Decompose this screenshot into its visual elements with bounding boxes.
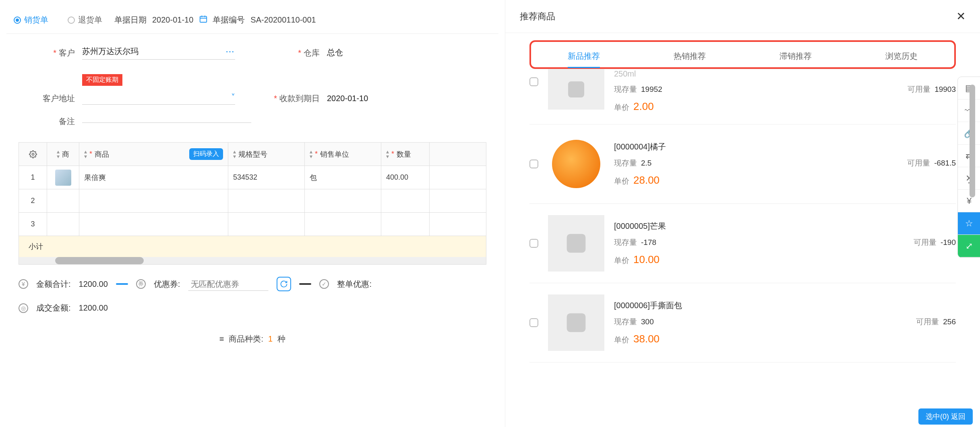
coupon-label: 优惠券: bbox=[154, 279, 180, 290]
tab-new[interactable]: 新品推荐 bbox=[568, 45, 600, 67]
dash-icon bbox=[116, 283, 128, 285]
svg-rect-6 bbox=[567, 234, 586, 253]
row-img bbox=[47, 166, 79, 189]
list-item: 250ml 现存量19952 可用量19903 单价2.00 bbox=[529, 69, 956, 124]
sort-icon: ▴▾ bbox=[84, 149, 87, 158]
table-row[interactable]: 1 果倍爽 534532 包 400.00 bbox=[19, 166, 486, 189]
recommend-panel: 推荐商品 ✕ 新品推荐 热销推荐 滞销推荐 浏览历史 250ml bbox=[505, 0, 980, 427]
item-stock: 300 bbox=[641, 317, 654, 326]
doc-header-row: 销货单 退货单 单据日期 2020-01-10 单据编号 SA-20200110… bbox=[6, 6, 498, 34]
tab-hot[interactable]: 热销推荐 bbox=[674, 45, 706, 67]
recommend-tabs-highlight: 新品推荐 热销推荐 滞销推荐 浏览历史 bbox=[529, 40, 956, 69]
row-product[interactable]: 果倍爽 bbox=[79, 166, 228, 189]
item-checkbox[interactable] bbox=[529, 318, 538, 327]
refresh-button[interactable] bbox=[277, 277, 291, 291]
deal-value: 1200.00 bbox=[79, 303, 108, 313]
item-title: 250ml bbox=[614, 69, 956, 79]
row-qty[interactable]: 400.00 bbox=[381, 166, 430, 189]
remark-label: 备注 bbox=[19, 116, 75, 127]
item-price: 38.00 bbox=[633, 333, 660, 345]
placeholder-icon bbox=[564, 77, 588, 102]
warehouse-field: *仓库 总仓 bbox=[263, 47, 416, 58]
row-idx: 1 bbox=[19, 166, 47, 189]
gear-cell[interactable] bbox=[19, 143, 47, 166]
gear-icon bbox=[29, 150, 37, 158]
customer-field: *客户 苏州万达沃尔玛 ⋯ bbox=[19, 46, 235, 60]
svg-rect-0 bbox=[200, 17, 207, 23]
table-row[interactable]: 3 bbox=[19, 213, 486, 236]
row-unit[interactable]: 包 bbox=[305, 166, 381, 189]
close-icon[interactable]: ✕ bbox=[956, 10, 966, 23]
v-scrollbar[interactable] bbox=[970, 85, 975, 205]
amount-label: 金额合计: bbox=[36, 279, 71, 290]
doc-date-value[interactable]: 2020-01-10 bbox=[152, 15, 193, 25]
list-item: [0000005]芒果 现存量-178 可用量-190 单价10.00 bbox=[529, 204, 956, 283]
sort-icon: ▴▾ bbox=[233, 149, 236, 158]
item-checkbox[interactable] bbox=[529, 77, 538, 86]
th-shang[interactable]: ▴▾商 bbox=[47, 143, 79, 166]
radio-icon bbox=[14, 17, 21, 24]
address-field: 客户地址 ˅ bbox=[19, 92, 235, 105]
tab-slow[interactable]: 滞销推荐 bbox=[779, 45, 812, 67]
select-return-button[interactable]: 选中(0) 返回 bbox=[918, 408, 973, 425]
calendar-icon[interactable] bbox=[199, 15, 208, 25]
doc-no-meta: 单据编号 SA-20200110-001 bbox=[213, 15, 316, 25]
sort-icon: ▴▾ bbox=[310, 149, 312, 158]
chevron-down-icon[interactable]: ˅ bbox=[231, 92, 235, 102]
warehouse-value[interactable]: 总仓 bbox=[327, 47, 416, 58]
h-scrollbar-thumb[interactable] bbox=[55, 257, 144, 264]
doc-no-label: 单据编号 bbox=[213, 15, 245, 25]
yen-icon: ¥ bbox=[19, 279, 28, 289]
item-checkbox[interactable] bbox=[529, 160, 538, 168]
svg-rect-7 bbox=[567, 313, 586, 332]
v-scrollbar-thumb[interactable] bbox=[970, 85, 975, 197]
item-title: [0000005]芒果 bbox=[614, 221, 956, 232]
address-input[interactable]: ˅ bbox=[82, 92, 235, 105]
coupon-input[interactable] bbox=[188, 278, 269, 291]
order-discount-label: 整单优惠: bbox=[337, 279, 372, 290]
item-price: 10.00 bbox=[633, 253, 660, 266]
footer-summary: ≡ 商品种类: 1 种 bbox=[6, 325, 498, 344]
table-row[interactable]: 2 bbox=[19, 189, 486, 213]
tab-returns[interactable]: 退货单 bbox=[60, 10, 110, 29]
th-qty[interactable]: ▴▾*数量 bbox=[381, 143, 430, 166]
svg-rect-5 bbox=[568, 81, 584, 97]
deal-icon: ◎ bbox=[19, 303, 28, 313]
discount-icon: ✓ bbox=[319, 279, 329, 289]
amount-value: 1200.00 bbox=[79, 280, 108, 289]
sort-icon: ▴▾ bbox=[57, 149, 60, 158]
item-checkbox[interactable] bbox=[529, 239, 538, 248]
due-value[interactable]: 2020-01-10 bbox=[327, 94, 416, 104]
subtotal-row: 小计 bbox=[19, 236, 486, 257]
remark-field: 备注 bbox=[19, 116, 251, 127]
scan-button[interactable]: 扫码录入 bbox=[189, 148, 223, 160]
customer-value: 苏州万达沃尔玛 bbox=[82, 46, 139, 57]
item-stock: 2.5 bbox=[641, 159, 651, 168]
sales-form-panel: 销货单 退货单 单据日期 2020-01-10 单据编号 SA-20200110… bbox=[0, 0, 505, 427]
refresh-icon bbox=[280, 280, 288, 288]
item-stock: -178 bbox=[641, 238, 656, 247]
th-product[interactable]: ▴▾*商品 扫码录入 bbox=[79, 143, 228, 166]
remark-input[interactable] bbox=[82, 120, 251, 123]
tab-returns-label: 退货单 bbox=[78, 15, 102, 25]
item-stock: 19952 bbox=[641, 85, 662, 94]
h-scrollbar[interactable] bbox=[19, 257, 486, 264]
kind-count: 1 bbox=[268, 334, 273, 344]
th-spec[interactable]: ▴▾规格型号 bbox=[228, 143, 305, 166]
item-title: [0000004]橘子 bbox=[614, 141, 956, 152]
row-idx: 3 bbox=[19, 213, 47, 236]
item-title: [0000006]手撕面包 bbox=[614, 300, 956, 311]
tab-sales[interactable]: 销货单 bbox=[6, 10, 56, 29]
item-price: 28.00 bbox=[633, 174, 660, 187]
form-grid: *客户 苏州万达沃尔玛 ⋯ *仓库 总仓 不固定账期 客户地址 bbox=[6, 34, 498, 142]
more-icon[interactable]: ⋯ bbox=[225, 46, 235, 57]
placeholder-icon bbox=[562, 229, 590, 257]
product-thumb bbox=[548, 294, 604, 351]
row-spec[interactable]: 534532 bbox=[228, 166, 305, 189]
customer-input[interactable]: 苏州万达沃尔玛 ⋯ bbox=[82, 46, 235, 60]
th-unit[interactable]: ▴▾*销售单位 bbox=[305, 143, 381, 166]
line-items-table: ▴▾商 ▴▾*商品 扫码录入 ▴▾规格型号 ▴▾*销售单位 ▴▾*数量 1 果倍… bbox=[19, 142, 486, 265]
doc-no-value: SA-20200110-001 bbox=[250, 15, 316, 25]
tab-history[interactable]: 浏览历史 bbox=[885, 45, 918, 67]
due-label: 收款到期日 bbox=[279, 94, 320, 103]
